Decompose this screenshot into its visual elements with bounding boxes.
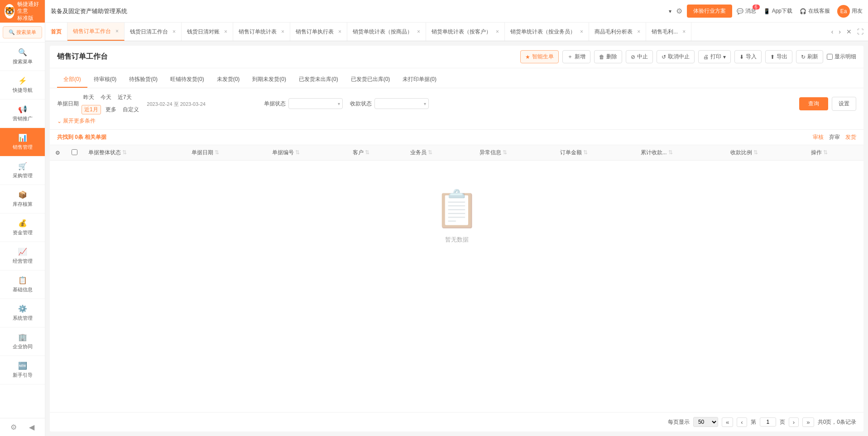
date-option-近7天[interactable]: 近7天 bbox=[116, 93, 134, 102]
date-option-近1月[interactable]: 近1月 bbox=[82, 105, 101, 114]
last-page-button[interactable]: » bbox=[802, 417, 814, 427]
filter-tab-overdue-not-shipped[interactable]: 到期未发货(0) bbox=[246, 72, 293, 88]
status-select[interactable] bbox=[288, 98, 343, 109]
tab-close-sales-summary-staff[interactable]: × bbox=[580, 28, 583, 35]
tab-close-sales-stat[interactable]: × bbox=[281, 28, 284, 35]
col-date[interactable]: 单据日期⇅ bbox=[186, 145, 267, 161]
tab-sales-stat[interactable]: 销售订单统计表× bbox=[233, 23, 290, 41]
tab-sales-summary-product[interactable]: 销货单统计表（按商品）× bbox=[347, 23, 426, 41]
sidebar-item-inventory[interactable]: 📦库存核算 bbox=[0, 185, 45, 213]
tab-close-sales-summary-customer[interactable]: × bbox=[496, 28, 499, 35]
filter-tab-not-printed[interactable]: 未打印单据(0) bbox=[396, 72, 443, 88]
filter-tab-shipped-out[interactable]: 已发货已出库(0) bbox=[345, 72, 397, 88]
sidebar-item-operation[interactable]: 📈经营管理 bbox=[0, 242, 45, 270]
prev-page-button[interactable]: ‹ bbox=[737, 417, 747, 427]
date-option-今天[interactable]: 今天 bbox=[99, 93, 113, 102]
first-page-button[interactable]: « bbox=[722, 417, 733, 427]
tab-home[interactable]: 首页 bbox=[45, 23, 67, 41]
filter-tab-shipped-not-out[interactable]: 已发货未出库(0) bbox=[293, 72, 345, 88]
cancel-review-action-button[interactable]: 弃审 bbox=[829, 133, 840, 141]
filter-tab-wangpu-pending[interactable]: 旺铺待发货(0) bbox=[164, 72, 211, 88]
date-option-自定义[interactable]: 自定义 bbox=[121, 105, 141, 114]
date-option-昨天[interactable]: 昨天 bbox=[82, 93, 96, 102]
sidebar-item-guide[interactable]: 🆕新手引导 bbox=[0, 356, 45, 384]
tab-close-sales-more[interactable]: × bbox=[682, 28, 686, 35]
tab-sales-summary-customer[interactable]: 销货单统计表（按客户）× bbox=[426, 23, 505, 41]
sidebar-item-purchase[interactable]: 🛒采购管理 bbox=[0, 156, 45, 185]
tab-close-cash-daily[interactable]: × bbox=[173, 28, 176, 35]
sidebar-item-sales[interactable]: 📊销售管理 bbox=[0, 128, 45, 156]
print-button[interactable]: 🖨 打印 ▾ bbox=[698, 50, 731, 63]
tab-sales-summary-staff[interactable]: 销货单统计表（按业务员）× bbox=[505, 23, 589, 41]
date-option-更多[interactable]: 更多 bbox=[104, 105, 118, 114]
tab-close-all[interactable]: ✕ bbox=[844, 27, 854, 36]
sidebar-item-marketing[interactable]: 📢营销推广 bbox=[0, 100, 45, 128]
tab-close-cash-reconcile[interactable]: × bbox=[224, 28, 227, 35]
tab-sales-exec[interactable]: 销售订单执行表× bbox=[290, 23, 347, 41]
topbar-settings-icon[interactable]: ⚙ bbox=[676, 7, 682, 15]
tab-close-sales-exec[interactable]: × bbox=[338, 28, 341, 35]
tab-maximize[interactable]: ⛶ bbox=[855, 27, 865, 36]
tab-cash-daily[interactable]: 钱货日清工作台× bbox=[125, 23, 182, 41]
tab-sales-more[interactable]: 销售毛利...× bbox=[646, 23, 691, 41]
expand-filter-button[interactable]: ⌄ 展开更多条件 bbox=[57, 117, 856, 125]
col-number[interactable]: 单据编号⇅ bbox=[267, 145, 347, 161]
user-menu[interactable]: Ea 用友 bbox=[837, 5, 863, 18]
tab-close-sales-summary-product[interactable]: × bbox=[417, 28, 420, 35]
delete-button[interactable]: 🗑 删除 bbox=[594, 50, 622, 63]
col-amount[interactable]: 订单金额⇅ bbox=[555, 145, 635, 161]
filter-tab-not-shipped[interactable]: 未发货(0) bbox=[211, 72, 246, 88]
payment-select[interactable] bbox=[374, 98, 429, 109]
filter-tab-pending-review[interactable]: 待审核(0) bbox=[87, 72, 123, 88]
col-received[interactable]: 累计收款...⇅ bbox=[635, 145, 725, 161]
col-ratio[interactable]: 收款比例⇅ bbox=[725, 145, 806, 161]
sidebar-item-finance[interactable]: 💰资金管理 bbox=[0, 213, 45, 242]
filter-settings-button[interactable]: 设置 bbox=[832, 97, 856, 111]
refresh-button[interactable]: ↻ 刷新 bbox=[796, 50, 823, 63]
sidebar-search[interactable]: 🔍 搜索菜单 bbox=[0, 23, 45, 43]
page-size-select[interactable]: 102050100 bbox=[693, 417, 718, 427]
sidebar-item-quick[interactable]: ⚡快捷导航 bbox=[0, 71, 45, 100]
stop-button[interactable]: ⊘ 中止 bbox=[626, 50, 653, 63]
support-button[interactable]: 🎧 在线客服 bbox=[800, 7, 830, 15]
sidebar-item-system[interactable]: ⚙️系统管理 bbox=[0, 299, 45, 327]
table-scroll[interactable]: ⚙单据整体状态⇅单据日期⇅单据编号⇅客户⇅业务员⇅异常信息⇅订单金额⇅累计收款.… bbox=[50, 145, 863, 412]
select-all-checkbox[interactable] bbox=[66, 145, 83, 161]
col-abnormal[interactable]: 异常信息⇅ bbox=[474, 145, 555, 161]
add-button[interactable]: ＋ 新增 bbox=[562, 50, 590, 63]
tab-scroll-left[interactable]: ‹ bbox=[830, 27, 835, 36]
message-button[interactable]: 💬 消息 6 bbox=[737, 7, 756, 15]
tab-gross-profit[interactable]: 商品毛利分析表× bbox=[589, 23, 646, 41]
column-settings[interactable]: ⚙ bbox=[50, 145, 66, 161]
show-detail-checkbox[interactable]: 显示明细 bbox=[827, 53, 856, 61]
review-action-button[interactable]: 审核 bbox=[813, 133, 824, 141]
ship-action-button[interactable]: 发货 bbox=[845, 133, 856, 141]
next-page-button[interactable]: › bbox=[789, 417, 799, 427]
settings-bottom-icon[interactable]: ⚙ bbox=[10, 423, 17, 431]
export-button[interactable]: ⬆ 导出 bbox=[765, 50, 792, 63]
detail-checkbox[interactable] bbox=[827, 54, 833, 60]
app-download-button[interactable]: 📱 App下载 bbox=[763, 7, 792, 15]
solution-button[interactable]: 体验行业方案 bbox=[687, 5, 732, 18]
filter-tab-all[interactable]: 全部(0) bbox=[57, 72, 87, 88]
sidebar-item-search[interactable]: 🔍搜索菜单 bbox=[0, 43, 45, 71]
search-menu-button[interactable]: 🔍 搜索菜单 bbox=[3, 26, 42, 38]
tab-close-sales-workbench[interactable]: × bbox=[115, 28, 119, 34]
import-button[interactable]: ⬇ 导入 bbox=[734, 50, 762, 63]
smart-create-button[interactable]: ★ 智能生单 bbox=[520, 50, 559, 63]
tab-sales-workbench[interactable]: 销售订单工作台× bbox=[67, 23, 125, 41]
col-customer[interactable]: 客户⇅ bbox=[347, 145, 405, 161]
col-staff[interactable]: 业务员⇅ bbox=[405, 145, 474, 161]
collapse-icon[interactable]: ◀ bbox=[29, 423, 34, 431]
tab-cash-reconcile[interactable]: 钱货日清对账× bbox=[182, 23, 233, 41]
cancel-stop-button[interactable]: ↺ 取消中止 bbox=[657, 50, 695, 63]
col-status[interactable]: 单据整体状态⇅ bbox=[83, 145, 186, 161]
tab-scroll-right[interactable]: › bbox=[837, 27, 843, 36]
tab-close-gross-profit[interactable]: × bbox=[637, 28, 640, 35]
system-dropdown[interactable]: ▾ bbox=[669, 8, 671, 14]
query-button[interactable]: 查询 bbox=[799, 97, 828, 110]
col-action[interactable]: 操作⇅ bbox=[806, 145, 863, 161]
page-number-input[interactable] bbox=[760, 417, 776, 427]
sidebar-item-basic[interactable]: 📋基础信息 bbox=[0, 270, 45, 299]
sidebar-item-enterprise[interactable]: 🏢企业协同 bbox=[0, 327, 45, 356]
